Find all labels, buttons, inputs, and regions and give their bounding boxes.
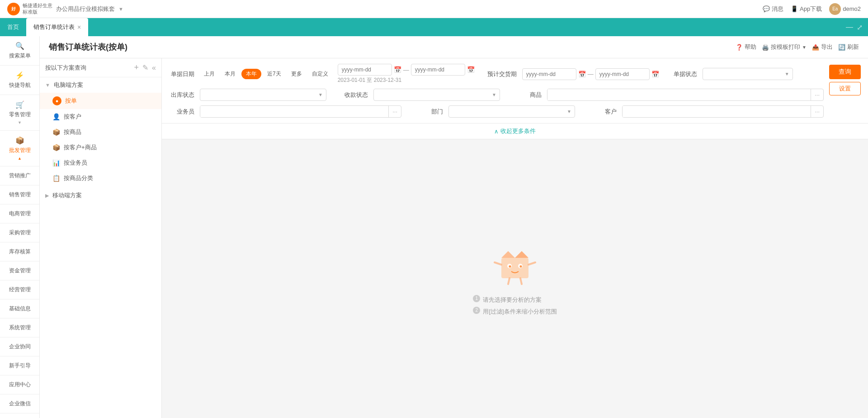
- date-range-text: 2023-01-01 至 2023-12-31: [338, 76, 475, 84]
- collapse-panel-btn[interactable]: «: [152, 64, 156, 72]
- tip-num-2: 2: [473, 307, 480, 314]
- sidebar-item-wechat[interactable]: 企业微信: [0, 394, 39, 413]
- empty-tips: 1 请先选择要分析的方案 2 用[过滤]条件来缩小分析范围: [473, 294, 557, 318]
- tip-num-1: 1: [473, 295, 480, 302]
- top-bar-right: 💬 消息 📱 App下载 Ea demo2: [763, 3, 861, 15]
- sidebar-item-basic-info[interactable]: 基础信息: [0, 299, 39, 318]
- minimize-icon[interactable]: —: [846, 23, 853, 32]
- page-header: 销售订单统计表(按单) ❓ 帮助 🖨️ 按模板打印 ▼ 📤 导出 🔄 刷新: [40, 36, 868, 58]
- calendar-end-icon[interactable]: 📅: [467, 66, 475, 73]
- customer-input[interactable]: [623, 106, 811, 117]
- sidebar-item-retail[interactable]: 🛒 零售管理 ▼: [0, 95, 39, 131]
- sidebar-item-wholesale[interactable]: 📦 批发管理 ▲: [0, 131, 39, 166]
- expected-delivery-end-input[interactable]: [595, 68, 650, 80]
- active-scheme-badge: ●: [52, 96, 61, 105]
- scheme-item-by-goods-category[interactable]: 📋 按商品分类: [40, 171, 161, 186]
- dropdown-selector[interactable]: 办公用品行业模拟账套 ▼: [56, 5, 123, 13]
- sidebar-item-search[interactable]: 🔍 搜索菜单: [0, 36, 39, 66]
- date-start-input[interactable]: [338, 64, 392, 76]
- query-button[interactable]: 查询: [829, 65, 861, 79]
- calendar-delivery-end-icon[interactable]: 📅: [651, 71, 659, 78]
- sidebar-item-inventory[interactable]: 库存核算: [0, 242, 39, 261]
- setting-button[interactable]: 设置: [829, 82, 861, 95]
- retail-icon: 🛒: [15, 100, 24, 109]
- goods-input[interactable]: [547, 89, 811, 100]
- maximize-icon[interactable]: ⤢: [857, 23, 863, 32]
- sidebar-item-purchase[interactable]: 采购管理: [0, 223, 39, 242]
- sidebar-item-ecommerce[interactable]: 电商管理: [0, 204, 39, 223]
- sidebar-item-system[interactable]: 系统管理: [0, 318, 39, 337]
- calendar-delivery-start-icon[interactable]: 📅: [578, 71, 586, 78]
- tab-close-icon[interactable]: ×: [77, 24, 81, 31]
- expected-delivery-label: 预计交货期: [487, 70, 517, 78]
- salesperson-input[interactable]: [200, 106, 388, 117]
- out-status-select[interactable]: [200, 89, 326, 101]
- tab-bar: 首页 销售订单统计表 × — ⤢: [0, 18, 868, 36]
- scheme-item-by-customer[interactable]: 👤 按客户: [40, 109, 161, 124]
- filter-row-2: 出库状态 收款状态 商品: [169, 89, 824, 101]
- customer-input-wrapper: ···: [622, 105, 824, 118]
- edit-scheme-btn[interactable]: ✎: [142, 63, 148, 72]
- goods-category-scheme-icon: 📋: [52, 175, 60, 182]
- sidebar-item-member[interactable]: 畅会员: [0, 413, 39, 418]
- sidebar-item-app-center[interactable]: 应用中心: [0, 375, 39, 394]
- this-month-btn[interactable]: 本月: [221, 68, 240, 80]
- salesperson-input-wrapper: ···: [200, 105, 401, 118]
- sidebar-item-finance[interactable]: 资金管理: [0, 261, 39, 280]
- scheme-panel: 按以下方案查询 + ✎ « ▼ 电脑端方案 ● 按单: [40, 58, 162, 418]
- tab-home[interactable]: 首页: [0, 18, 26, 36]
- scheme-item-by-goods[interactable]: 📦 按商品: [40, 124, 161, 140]
- date-end-input[interactable]: [411, 64, 465, 76]
- calendar-start-icon[interactable]: 📅: [394, 66, 401, 73]
- user-menu[interactable]: Ea demo2: [829, 3, 861, 15]
- chevron-down-icon: ▼: [18, 120, 22, 125]
- goods-dots-btn[interactable]: ···: [811, 89, 823, 100]
- export-btn[interactable]: 📤 导出: [812, 43, 833, 51]
- tab-bar-right: — ⤢: [846, 23, 868, 32]
- scheme-item-by-customer-goods[interactable]: 📦 按客户+商品: [40, 140, 161, 155]
- svg-line-5: [495, 262, 501, 265]
- empty-state: 1 请先选择要分析的方案 2 用[过滤]条件来缩小分析范围: [473, 240, 557, 318]
- sidebar-item-sales[interactable]: 销售管理: [0, 185, 39, 204]
- dropdown-arrow-icon: ▼: [118, 6, 123, 12]
- goods-label: 商品: [516, 91, 542, 99]
- scheme-panel-tools: + ✎ «: [134, 63, 156, 72]
- more-btn[interactable]: 更多: [287, 68, 306, 80]
- last7-btn[interactable]: 近7天: [263, 68, 285, 80]
- this-year-btn[interactable]: 本年: [241, 69, 261, 79]
- mobile-section-header[interactable]: ▶ 移动端方案: [40, 188, 161, 203]
- bill-status-select[interactable]: [703, 68, 793, 80]
- app-download-btn[interactable]: 📱 App下载: [791, 5, 822, 13]
- refresh-btn[interactable]: 🔄 刷新: [838, 43, 859, 51]
- scheme-item-by-order[interactable]: ● 按单: [40, 93, 161, 109]
- customer-dots-btn[interactable]: ···: [811, 106, 823, 117]
- salesperson-dots-btn[interactable]: ···: [388, 106, 401, 117]
- collection-status-label: 收款状态: [343, 91, 368, 99]
- dept-select[interactable]: [448, 105, 575, 118]
- sidebar-item-marketing[interactable]: 营销推广: [0, 166, 39, 185]
- collapse-btn[interactable]: ∧ 收起更多条件: [494, 127, 536, 135]
- export-icon: 📤: [812, 44, 819, 51]
- help-btn[interactable]: ❓ 帮助: [736, 43, 756, 51]
- logo-text: 畅捷通好生意 标准版: [23, 3, 52, 14]
- tab-sales-order-stats[interactable]: 销售订单统计表 ×: [26, 18, 88, 36]
- sidebar-item-guide[interactable]: 新手引导: [0, 356, 39, 375]
- phone-icon: 📱: [791, 5, 798, 12]
- sidebar-item-operations[interactable]: 经营管理: [0, 280, 39, 299]
- scheme-item-by-salesperson[interactable]: 📊 按业务员: [40, 155, 161, 171]
- filter-row-3: 业务员 ··· 部门 客户: [169, 105, 824, 118]
- custom-btn[interactable]: 自定义: [308, 68, 332, 80]
- messages-btn[interactable]: 💬 消息: [763, 5, 783, 13]
- content-area: 销售订单统计表(按单) ❓ 帮助 🖨️ 按模板打印 ▼ 📤 导出 🔄 刷新: [40, 36, 868, 418]
- desktop-section-header: ▼ 电脑端方案: [40, 77, 161, 93]
- avatar: Ea: [829, 3, 841, 15]
- expected-delivery-start-input[interactable]: [522, 68, 576, 80]
- svg-line-8: [520, 278, 522, 284]
- print-btn[interactable]: 🖨️ 按模板打印 ▼: [762, 43, 807, 51]
- sidebar: 🔍 搜索菜单 ⚡ 快捷导航 🛒 零售管理 ▼ 📦 批发管理 ▲ 营销推广 销售管…: [0, 36, 40, 418]
- sidebar-item-shortcuts[interactable]: ⚡ 快捷导航: [0, 66, 39, 95]
- sidebar-item-enterprise[interactable]: 企业协同: [0, 337, 39, 356]
- last-month-btn[interactable]: 上月: [200, 68, 219, 80]
- add-scheme-btn[interactable]: +: [134, 63, 139, 72]
- collection-status-select[interactable]: [373, 89, 500, 101]
